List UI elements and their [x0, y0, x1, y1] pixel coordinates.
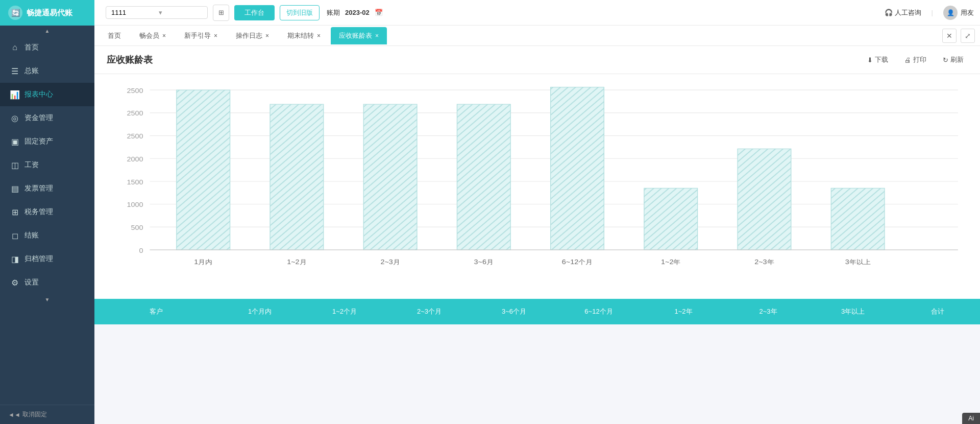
page-header: 应收账龄表 ⬇ 下载 🖨 打印 ↻ 刷新: [94, 46, 980, 74]
sidebar-label-archive: 归档管理: [24, 254, 53, 264]
sidebar-item-assets[interactable]: ▣ 固定资产: [0, 130, 94, 153]
col-3plus-year: 3年以上: [811, 307, 895, 316]
svg-rect-20: [270, 104, 324, 250]
tab-oplog[interactable]: 操作日志 ×: [228, 27, 277, 44]
svg-rect-26: [551, 87, 604, 250]
print-icon: 🖨: [904, 56, 911, 64]
logo-text: 畅捷通易代账: [27, 8, 72, 18]
sidebar-item-salary[interactable]: ◫ 工资: [0, 153, 94, 177]
avatar: 👤: [943, 6, 958, 20]
tab-oplog-close[interactable]: ×: [265, 32, 269, 39]
sidebar-item-archive[interactable]: ◨ 归档管理: [0, 247, 94, 271]
company-name: 1111: [111, 9, 155, 16]
user-area[interactable]: 👤 用友: [943, 6, 974, 20]
svg-rect-18: [177, 90, 230, 250]
tab-guide-label: 新手引导: [184, 31, 211, 40]
col-6-12month: 6~12个月: [556, 307, 641, 316]
sidebar-scroll-down[interactable]: ▼: [0, 294, 94, 304]
svg-text:2500: 2500: [127, 110, 143, 117]
tabs-bar: 首页 畅会员 × 新手引导 × 操作日志 × 期末结转 × 应收账龄表 ×: [94, 26, 980, 46]
tab-member-close[interactable]: ×: [162, 32, 166, 39]
tax-icon: ⊞: [10, 207, 19, 217]
tab-member[interactable]: 畅会员 ×: [131, 27, 174, 44]
sidebar: ▲ ⌂ 首页 ☰ 总账 📊 报表中心 ◎ 资金管理 ▣ 固定资产 ◫ 工资 ▤ …: [0, 26, 94, 424]
svg-text:6~12个月: 6~12个月: [562, 258, 593, 266]
sidebar-item-home[interactable]: ⌂ 首页: [0, 36, 94, 59]
period-value: 2023-02: [345, 9, 370, 16]
print-button[interactable]: 🖨 打印: [900, 53, 930, 66]
tab-aging-close[interactable]: ×: [375, 32, 379, 39]
svg-text:1月内: 1月内: [194, 258, 212, 266]
sidebar-label-reports: 报表中心: [24, 90, 53, 99]
sidebar-label-funds: 资金管理: [24, 113, 53, 123]
sidebar-label-assets: 固定资产: [24, 137, 53, 146]
invoice-icon: ▤: [10, 184, 19, 193]
svg-rect-32: [831, 188, 885, 250]
tab-oplog-label: 操作日志: [236, 31, 262, 40]
consult-button[interactable]: 🎧 人工咨询: [885, 8, 921, 17]
sidebar-item-funds[interactable]: ◎ 资金管理: [0, 106, 94, 130]
ledger-icon: ☰: [10, 66, 19, 76]
sidebar-label-invoice: 发票管理: [24, 184, 53, 193]
headset-icon: 🎧: [885, 9, 893, 16]
svg-text:1~2年: 1~2年: [661, 258, 680, 266]
sidebar-item-reports[interactable]: 📊 报表中心: [0, 83, 94, 106]
sidebar-item-ledger[interactable]: ☰ 总账: [0, 59, 94, 83]
sidebar-item-settings[interactable]: ⚙ 设置: [0, 271, 94, 294]
home-icon: ⌂: [10, 43, 19, 52]
col-customer: 客户: [94, 307, 217, 316]
svg-rect-22: [363, 104, 417, 250]
col-2-3year: 2~3年: [726, 307, 811, 316]
expand-button[interactable]: ⤢: [961, 29, 975, 43]
archive-icon: ◨: [10, 254, 19, 264]
sidebar-item-tax[interactable]: ⊞ 税务管理: [0, 200, 94, 224]
divider: |: [932, 9, 933, 16]
tabs-actions: ✕ ⤢: [942, 29, 975, 43]
col-1month: 1个月内: [217, 307, 302, 316]
sidebar-label-ledger: 总账: [24, 66, 39, 76]
tab-guide-close[interactable]: ×: [214, 32, 217, 39]
calendar-icon[interactable]: 📅: [375, 9, 383, 16]
svg-text:2000: 2000: [127, 156, 143, 163]
sidebar-item-invoice[interactable]: ▤ 发票管理: [0, 177, 94, 200]
svg-text:3年以上: 3年以上: [845, 258, 871, 266]
download-button[interactable]: ⬇ 下载: [863, 53, 892, 66]
cancel-fixed-label: 取消固定: [22, 410, 47, 419]
download-icon: ⬇: [867, 56, 873, 64]
col-2-3month: 2~3个月: [387, 307, 472, 316]
main-layout: ▲ ⌂ 首页 ☰ 总账 📊 报表中心 ◎ 资金管理 ▣ 固定资产 ◫ 工资 ▤ …: [0, 26, 980, 424]
tab-period-end[interactable]: 期末结转 ×: [279, 27, 329, 44]
copy-icon: ⊞: [218, 9, 224, 16]
copy-button[interactable]: ⊞: [213, 5, 229, 21]
tab-home[interactable]: 首页: [100, 27, 129, 44]
sidebar-label-home: 首页: [24, 43, 39, 52]
workbench-button[interactable]: 工作台: [234, 5, 275, 20]
close-all-button[interactable]: ✕: [942, 29, 957, 43]
logo-icon: 🔄: [8, 6, 22, 20]
chart-container: 0 500 1000 1500 2000 2500 2500 2500: [94, 74, 980, 299]
company-selector[interactable]: 1111 ▾: [106, 6, 208, 19]
tab-period-end-close[interactable]: ×: [317, 32, 321, 39]
refresh-button[interactable]: ↻ 刷新: [939, 53, 968, 66]
tab-home-label: 首页: [108, 31, 121, 40]
sidebar-item-checkout[interactable]: ◻ 结账: [0, 224, 94, 247]
user-label: 用友: [961, 8, 974, 17]
tab-member-label: 畅会员: [139, 31, 159, 40]
svg-text:3~6月: 3~6月: [474, 258, 494, 266]
switch-button[interactable]: 切到旧版: [280, 5, 320, 20]
svg-text:2500: 2500: [127, 87, 143, 95]
tab-guide[interactable]: 新手引导 ×: [176, 27, 226, 44]
svg-text:2500: 2500: [127, 133, 143, 140]
print-label: 打印: [913, 55, 926, 64]
tab-aging[interactable]: 应收账龄表 ×: [331, 27, 387, 44]
sidebar-scroll-up[interactable]: ▲: [0, 26, 94, 36]
col-1-2year: 1~2年: [641, 307, 726, 316]
cancel-fixed-button[interactable]: ◄◄ 取消固定: [0, 405, 94, 424]
table-header: 客户 1个月内 1~2个月 2~3个月 3~6个月 6~12个月: [94, 299, 980, 324]
svg-rect-24: [457, 104, 510, 250]
expand-icon: ⤢: [965, 32, 971, 40]
page-actions: ⬇ 下载 🖨 打印 ↻ 刷新: [863, 53, 968, 66]
checkout-icon: ◻: [10, 231, 19, 240]
sidebar-label-tax: 税务管理: [24, 207, 53, 217]
assets-icon: ▣: [10, 137, 19, 146]
